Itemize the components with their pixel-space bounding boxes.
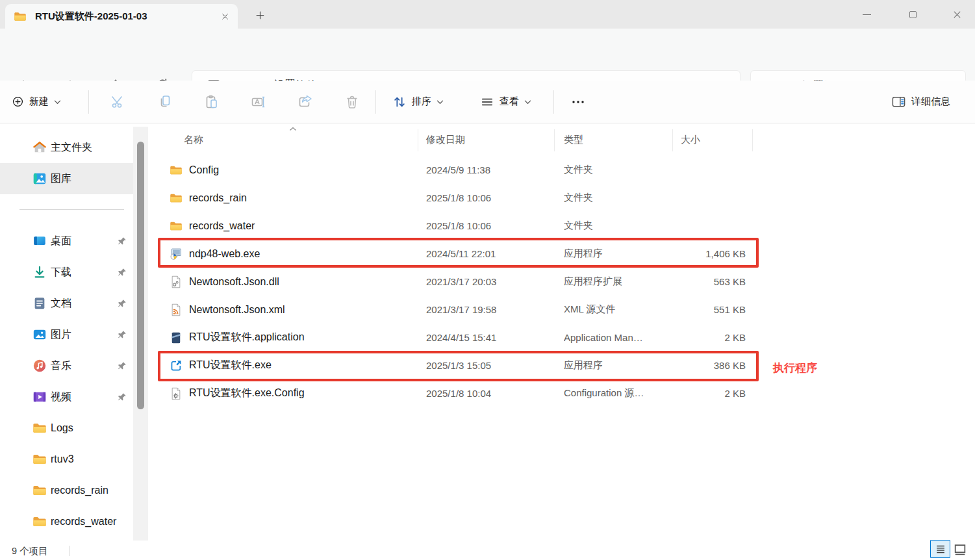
- sidebar-item-label: records_water: [51, 516, 116, 528]
- sidebar-item-documents[interactable]: 文档: [0, 288, 133, 319]
- sidebar-item-rtuv3[interactable]: rtuv3: [0, 444, 133, 475]
- file-row-newtonsoft-xml[interactable]: Newtonsoft.Json.xml 2021/3/17 19:58 XML …: [151, 296, 975, 324]
- new-button[interactable]: 新建: [8, 81, 65, 123]
- copy-icon: [157, 94, 173, 110]
- list-view-icon: [934, 542, 947, 555]
- rename-button[interactable]: [247, 81, 270, 123]
- file-size: 386 KB: [681, 360, 746, 371]
- file-type: Application Man…: [564, 332, 681, 343]
- application-manifest-icon: [170, 331, 183, 344]
- cut-button[interactable]: [107, 81, 130, 123]
- toolbar-divider: [88, 90, 89, 114]
- file-date: 2024/5/9 11:38: [426, 164, 564, 175]
- file-row-records-water[interactable]: records_water 2025/1/8 10:06 文件夹: [151, 212, 975, 240]
- column-name[interactable]: 名称: [184, 134, 203, 146]
- file-row-ndp48-web[interactable]: ndp48-web.exe 2024/5/11 22:01 应用程序 1,406…: [151, 240, 975, 268]
- home-icon: [32, 140, 47, 155]
- toolbar-divider: [375, 90, 376, 114]
- sidebar-item-records-rain[interactable]: records_rain: [0, 475, 133, 506]
- sidebar-item-label: 下载: [51, 266, 71, 279]
- sidebar-item-desktop[interactable]: 桌面: [0, 225, 133, 257]
- minimize-button[interactable]: [852, 0, 881, 29]
- view-button[interactable]: 查看: [476, 81, 535, 123]
- minimize-icon: [863, 14, 871, 15]
- scrollbar-thumb[interactable]: [137, 142, 144, 409]
- file-row-records-rain[interactable]: records_rain 2025/1/8 10:06 文件夹: [151, 184, 975, 212]
- file-row-rtu-exe-config[interactable]: RTU设置软件.exe.Config 2025/1/8 10:04 Config…: [151, 379, 975, 407]
- sort-button[interactable]: 排序: [388, 81, 448, 123]
- pin-icon: [118, 236, 127, 246]
- details-pane-button[interactable]: 详细信息: [887, 81, 954, 123]
- paste-button[interactable]: [200, 81, 223, 123]
- file-row-rtu-application[interactable]: RTU设置软件.application 2024/4/15 15:41 Appl…: [151, 324, 975, 351]
- file-row-rtu-exe[interactable]: RTU设置软件.exe 2025/1/3 15:05 应用程序 386 KB: [151, 351, 975, 379]
- rename-icon: [251, 94, 266, 110]
- new-label: 新建: [29, 95, 49, 108]
- file-explorer-window: RTU设置软件-2025-01-03 RTU设置软件-2025-01-03: [0, 0, 975, 560]
- maximize-button[interactable]: [898, 0, 928, 29]
- explorer-tab[interactable]: RTU设置软件-2025-01-03: [5, 4, 238, 29]
- exec-annotation: 执行程序: [773, 361, 817, 375]
- file-name: Newtonsoft.Json.dll: [189, 276, 426, 288]
- sidebar-item-logs[interactable]: Logs: [0, 413, 133, 444]
- file-size: 551 KB: [681, 304, 746, 315]
- sidebar-item-label: Logs: [51, 422, 73, 434]
- file-size: 1,406 KB: [681, 248, 746, 259]
- folder-icon: [32, 421, 47, 435]
- file-date: 2025/1/3 15:05: [426, 360, 564, 371]
- sidebar-item-home[interactable]: 主文件夹: [0, 132, 133, 163]
- file-row-newtonsoft-dll[interactable]: Newtonsoft.Json.dll 2021/3/17 20:03 应用程序…: [151, 268, 975, 296]
- file-date: 2025/1/8 10:06: [426, 220, 564, 231]
- sidebar-item-label: 文档: [51, 297, 71, 311]
- column-type[interactable]: 类型: [564, 134, 583, 146]
- file-row-config[interactable]: Config 2024/5/9 11:38 文件夹: [151, 156, 975, 184]
- sidebar-item-pictures[interactable]: 图片: [0, 319, 133, 350]
- copy-button[interactable]: [153, 81, 177, 123]
- sidebar-item-videos[interactable]: 视频: [0, 381, 133, 413]
- file-size: 2 KB: [681, 332, 746, 343]
- scissors-icon: [110, 94, 126, 110]
- file-type: 文件夹: [564, 220, 681, 232]
- navigation-row: RTU设置软件-2025-01-03: [0, 29, 975, 81]
- close-button[interactable]: [942, 0, 972, 29]
- toolbar-divider: [553, 90, 554, 114]
- folder-icon: [170, 192, 183, 205]
- column-size[interactable]: 大小: [681, 134, 700, 146]
- tab-close-icon[interactable]: [221, 12, 229, 21]
- sidebar-item-downloads[interactable]: 下载: [0, 257, 133, 288]
- maximize-icon: [909, 11, 917, 18]
- file-size: 563 KB: [681, 276, 746, 287]
- share-button[interactable]: [294, 81, 317, 123]
- file-type: 文件夹: [564, 164, 681, 176]
- music-icon: [32, 359, 47, 373]
- pin-icon: [118, 361, 127, 370]
- column-header-row: 名称 修改日期 类型 大小: [151, 127, 975, 154]
- plus-circle-icon: [12, 95, 24, 108]
- more-button[interactable]: [566, 81, 590, 123]
- file-size: 2 KB: [681, 388, 746, 399]
- details-label: 详细信息: [911, 95, 950, 108]
- thumbnail-view-icon: [953, 542, 967, 557]
- sidebar-divider: [19, 209, 124, 210]
- new-tab-button[interactable]: [252, 8, 268, 21]
- file-date: 2025/1/8 10:04: [426, 388, 564, 399]
- chevron-down-icon: [524, 99, 531, 105]
- navigation-sidebar: 主文件夹 图库 桌面 下载 文档: [0, 123, 133, 542]
- sidebar-item-gallery[interactable]: 图库: [0, 163, 133, 194]
- thumbnail-view-toggle[interactable]: [952, 542, 968, 557]
- details-view-toggle[interactable]: [930, 540, 950, 558]
- file-name: Newtonsoft.Json.xml: [189, 304, 426, 316]
- column-divider: [418, 129, 418, 151]
- file-type: 文件夹: [564, 192, 681, 204]
- folder-icon: [32, 515, 47, 529]
- sidebar-item-music[interactable]: 音乐: [0, 350, 133, 381]
- delete-button[interactable]: [340, 81, 364, 123]
- installer-icon: [170, 248, 183, 261]
- column-date[interactable]: 修改日期: [426, 134, 465, 146]
- pin-icon: [118, 299, 127, 308]
- sidebar-item-records-water[interactable]: records_water: [0, 506, 133, 537]
- file-list-area: 名称 修改日期 类型 大小 Config 2024/5/9 11:38 文件夹: [151, 123, 975, 542]
- file-type: 应用程序扩展: [564, 275, 681, 288]
- sidebar-scrollbar: [133, 127, 148, 541]
- sort-arrows-icon: [392, 95, 407, 109]
